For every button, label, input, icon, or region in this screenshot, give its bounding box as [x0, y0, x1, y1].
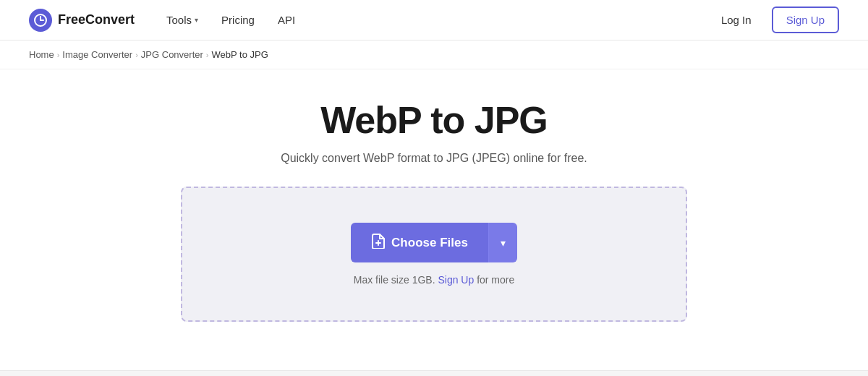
- breadcrumb-image-converter[interactable]: Image Converter: [62, 49, 132, 60]
- file-icon: [371, 233, 386, 252]
- nav-item-pricing[interactable]: Pricing: [213, 8, 263, 32]
- logo[interactable]: FreeConvert: [29, 9, 135, 32]
- main-nav: Tools ▾ Pricing API: [158, 8, 304, 32]
- breadcrumb-separator-1: ›: [57, 51, 60, 59]
- tools-chevron-icon: ▾: [195, 16, 198, 24]
- breadcrumb-separator-3: ›: [206, 51, 209, 59]
- page-subtitle: Quickly convert WebP format to JPG (JPEG…: [281, 152, 587, 165]
- signup-button[interactable]: Sign Up: [772, 7, 839, 33]
- header-right: Log In Sign Up: [710, 7, 839, 33]
- page-title: WebP to JPG: [320, 98, 548, 142]
- choose-files-dropdown-button[interactable]: ▾: [488, 223, 517, 262]
- choose-files-button[interactable]: Choose Files: [351, 223, 488, 262]
- login-button[interactable]: Log In: [710, 8, 763, 32]
- logo-icon: [29, 9, 52, 32]
- choose-files-row: Choose Files ▾: [351, 223, 517, 262]
- logo-text: FreeConvert: [58, 12, 135, 27]
- nav-item-api[interactable]: API: [269, 8, 304, 32]
- dropzone: Choose Files ▾ Max file size 1GB. Sign U…: [181, 187, 687, 322]
- nav-item-tools[interactable]: Tools ▾: [158, 8, 207, 32]
- dropdown-chevron-icon: ▾: [501, 237, 506, 249]
- file-size-note: Max file size 1GB. Sign Up for more: [354, 274, 515, 286]
- header-left: FreeConvert Tools ▾ Pricing API: [29, 8, 304, 32]
- breadcrumb-jpg-converter[interactable]: JPG Converter: [141, 49, 203, 60]
- breadcrumb-current: WebP to JPG: [212, 49, 268, 60]
- breadcrumb-home[interactable]: Home: [29, 49, 54, 60]
- breadcrumb: Home › Image Converter › JPG Converter ›…: [0, 40, 868, 69]
- file-size-signup-link[interactable]: Sign Up: [438, 274, 474, 286]
- header: FreeConvert Tools ▾ Pricing API Log In S…: [0, 0, 868, 40]
- choose-files-label: Choose Files: [391, 236, 468, 250]
- breadcrumb-separator-2: ›: [135, 51, 138, 59]
- main-content: WebP to JPG Quickly convert WebP format …: [0, 69, 868, 336]
- bottom-bar: [0, 370, 868, 376]
